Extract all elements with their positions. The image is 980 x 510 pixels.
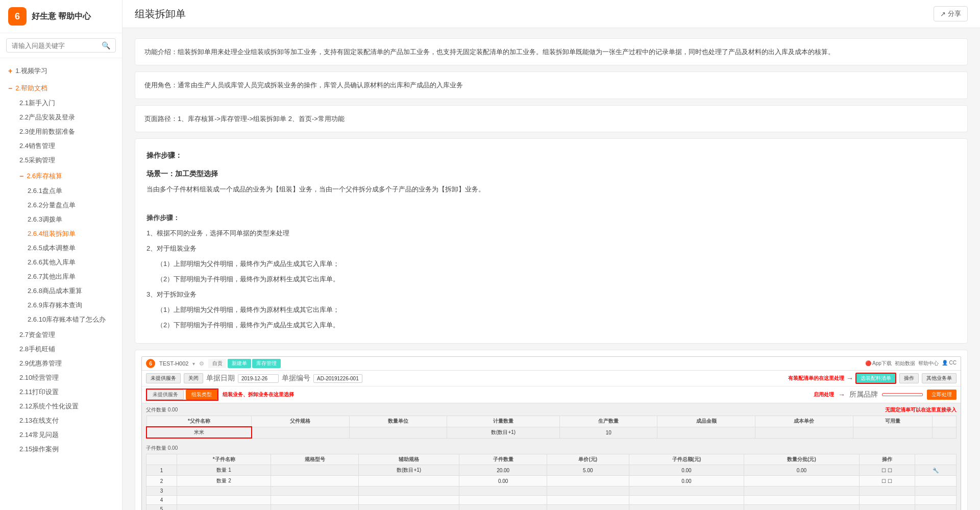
ss-lr2-name: 数量 2 [177,476,271,487]
step3: 3、对于拆卸业务 [146,288,956,301]
sidebar-item-2-3[interactable]: 2.3使用前数据准备 [0,125,122,139]
sidebar-item-2-14[interactable]: 2.14常见问题 [0,428,122,442]
sidebar-item-2-6-3[interactable]: 2.6.3调拨单 [0,212,122,227]
annotation-bom: 有装配清单的在这里处理 [788,375,844,382]
sidebar-item-2-5[interactable]: 2.5采购管理 [0,153,122,167]
ss-lr1-qty: 20.00 [459,465,547,476]
ss-btn-more[interactable]: 操作 [899,373,919,383]
ss-lth-aux: 辅助规格 [358,454,459,465]
ss-tab-home[interactable]: 自贡 [208,359,227,368]
ss-brand-field[interactable] [882,393,923,396]
role-block: 使用角色：通常由生产人员或库管人员完成拆装业务的操作，库管人员确认原材料的出库和… [135,71,968,99]
ss-tab-orange[interactable]: 库存管理 [252,359,281,368]
annotation-enable: 启用处理 [814,391,834,398]
nav-group-1: + 1.视频学习 [0,62,122,80]
ss-lower-row-4: 4 [146,496,957,505]
sidebar-item-2[interactable]: − 2.帮助文档 [0,81,122,96]
ss-type-selector: 未提供服务 组装类型 [146,388,218,401]
sidebar-item-2-7[interactable]: 2.7资金管理 [0,328,122,342]
nav-tree: + 1.视频学习 − 2.帮助文档 2.1新手入门 2.2产品安装及登录 2.3… [0,58,122,510]
role-text: 使用角色：通常由生产人员或库管人员完成拆装业务的操作，库管人员确认原材料的出库和… [144,81,463,89]
search-input[interactable] [12,42,102,50]
search-icon[interactable]: 🔍 [102,41,110,50]
sidebar-item-2-6[interactable]: − 2.6库存核算 [0,168,122,184]
collapse-icon-2: − [8,84,12,92]
ss-annotation-right: 有装配清单的在这里处理 → 选装配料清单 [788,373,896,384]
ss-nav-cc: 👤 CC [942,360,957,367]
ss-btn-close[interactable]: 关闭 [184,373,203,383]
ss-number-label: 单据编号 [282,374,310,383]
ss-lower-row-1: 1 数量 1 数(数目+1) 20.00 5.00 0.00 0.00 ☐ ☐ … [146,465,957,476]
sidebar-item-2-6-5[interactable]: 2.6.5成本调整单 [0,241,122,255]
arrow-icon: → [846,374,853,382]
sidebar-item-2-4[interactable]: 2.4销售管理 [0,139,122,153]
ss-upper-cell-unit [349,427,447,438]
ss-btn-new[interactable]: 未提供服务 [146,373,181,383]
sidebar-item-2-13[interactable]: 2.13在线支付 [0,414,122,428]
ss-dropdown-icon: ▾ [192,361,195,367]
ss-lr1-total: 0.00 [629,465,744,476]
sidebar-item-2-6-6[interactable]: 2.6.6其他入库单 [0,255,122,270]
search-box[interactable]: 🔍 [6,38,116,53]
ss-lth-batch: 数量分批(元) [744,454,860,465]
collapse-icon-2-6: − [19,172,23,180]
ss-lth-no [146,454,177,465]
share-icon: ↗ [940,10,946,18]
sidebar-item-2-8[interactable]: 2.8手机旺铺 [0,342,122,356]
ss-lr1-spec [271,465,359,476]
share-label: 分享 [948,9,961,18]
main-content: 组装拆卸单 ↗ 分享 功能介绍：组装拆卸单用来处理企业组装或拆卸等加工业务，支持… [122,0,980,510]
sidebar-item-2-11[interactable]: 2.11打印设置 [0,385,122,399]
ss-tab-active[interactable]: 新建单 [228,359,251,368]
sidebar-item-2-9[interactable]: 2.9优惠券管理 [0,356,122,371]
ss-type-2[interactable]: 组装类型 [186,390,217,400]
annotation-direct: 无固定清单可以在这里直接录入 [885,406,957,414]
step3-1: （1）上部明细为父件明细，最终作为原材料生成其它出库单； [146,303,956,317]
ss-upper-cell-prod: 10 [559,427,657,438]
ss-nav-app: 🔴 App下载 [865,360,892,367]
ss-upper-cell-name: 米米 [146,427,252,438]
sidebar-item-2-1[interactable]: 2.1新手入门 [0,96,122,110]
sidebar-item-2-6-8[interactable]: 2.6.8商品成本重算 [0,284,122,298]
sidebar-item-label-1: 1.视频学习 [15,66,47,76]
sidebar-item-2-15[interactable]: 2.15操作案例 [0,442,122,456]
step2-2: （2）下部明细为子件明细，最终作为原材料生成其它出库单。 [146,273,956,286]
scene-desc: 当由多个子件材料组装成一个成品的业务为【组装】业务，当由一个父件拆分成多个子产品… [146,183,956,196]
ss-lr1-batch: 0.00 [744,465,860,476]
ss-upper-cell-avail [853,427,932,438]
ss-lower-label: 子件数量 0.00 [146,445,178,451]
ss-upper-label: 父件数量 0.00 [146,406,178,414]
sidebar: 6 好生意 帮助中心 🔍 + 1.视频学习 − 2.帮助文档 2.1新手入门 2… [0,0,122,510]
ss-btn-bom[interactable]: 选装配料清单 [855,373,896,384]
sidebar-item-2-6-7[interactable]: 2.6.7其他出库单 [0,270,122,284]
ss-btn-audit[interactable]: 其他业务单 [922,373,957,383]
sidebar-item-2-6-4[interactable]: 2.6.4组装拆卸单 [0,227,122,241]
ss-type-row: 未提供服务 组装类型 组装业务、拆卸业务在这里选择 启用处理 → 所属品牌 立即… [142,386,961,403]
sidebar-item-2-10[interactable]: 2.10经营管理 [0,371,122,385]
steps-block: 操作步骤： 场景一：加工类型选择 当由多个子件材料组装成一个成品的业务为【组装】… [135,138,968,344]
ss-type-1[interactable]: 未提供服务 [147,390,184,400]
ss-type-box: 未提供服务 组装类型 [146,388,218,401]
ss-toolbar: 未提供服务 关闭 单据日期 2019-12-26 单据编号 AD-2019122… [142,371,961,386]
sidebar-item-1[interactable]: + 1.视频学习 [0,63,122,79]
sidebar-item-2-12[interactable]: 2.12系统个性化设置 [0,399,122,414]
ss-settings-icon: ⚙ [199,360,204,367]
ss-btn-process[interactable]: 立即处理 [927,390,957,400]
ss-th-unit1: 数量单位 [349,416,447,427]
sidebar-item-2-6-9[interactable]: 2.6.9库存账本查询 [0,298,122,312]
ss-lr2-more [915,476,957,487]
ss-lth-total: 子件总额(元) [629,454,744,465]
sidebar-item-2-6-10[interactable]: 2.6.10库存账本错了怎么办 [0,312,122,327]
ss-th-spec1: 父件规格 [252,416,350,427]
ss-lower-row-2: 2 数量 2 0.00 0.00 ☐ ☐ [146,476,957,487]
sidebar-item-2-6-2[interactable]: 2.6.2分量盘点单 [0,198,122,212]
nav-group-2: − 2.帮助文档 2.1新手入门 2.2产品安装及登录 2.3使用前数据准备 2… [0,80,122,457]
ss-lth-spec: 规格型号 [271,454,359,465]
sidebar-item-2-6-1[interactable]: 2.6.1盘点单 [0,184,122,198]
sidebar-item-2-2[interactable]: 2.2产品安装及登录 [0,110,122,125]
step2: 2、对于组装业务 [146,242,956,255]
ss-lr1-op: ☐ ☐ [859,465,915,476]
screenshot-sim: 6 TEST-H002 ▾ ⚙ 自贡 新建单 库存管理 🔴 App下载 初始数据… [141,356,961,510]
expand-icon-1: + [8,67,12,75]
share-button[interactable]: ↗ 分享 [934,6,968,21]
